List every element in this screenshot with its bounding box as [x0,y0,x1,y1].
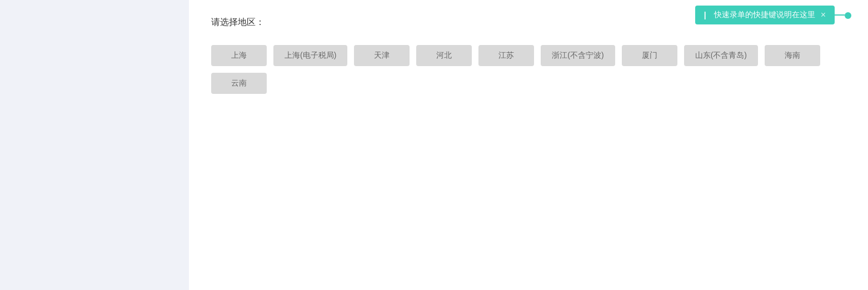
region-grid: 上海上海(电子税局)天津河北江苏浙江(不含宁波)厦门山东(不含青岛)海南云南 [211,45,846,94]
region-button-shanghai[interactable]: 上海 [211,45,267,66]
region-button-shanghai-etax[interactable]: 上海(电子税局) [273,45,347,66]
region-button-xiamen[interactable]: 厦门 [622,45,677,66]
main-content: 请选择地区： 上海上海(电子税局)天津河北江苏浙江(不含宁波)厦门山东(不含青岛… [189,0,868,290]
tooltip-banner: 快速录单的快捷键说明在这里 × [695,6,835,24]
tooltip-connector-line [834,14,845,16]
region-button-zhejiang[interactable]: 浙江(不含宁波) [541,45,615,66]
left-sidebar [0,0,189,290]
tooltip-text: 快速录单的快捷键说明在这里 [714,10,815,20]
region-button-shandong[interactable]: 山东(不含青岛) [684,45,758,66]
tooltip-close-button[interactable]: × [821,11,826,19]
region-button-hainan[interactable]: 海南 [765,45,820,66]
region-button-hebei[interactable]: 河北 [416,45,472,66]
region-button-yunnan[interactable]: 云南 [211,73,267,94]
region-button-tianjin[interactable]: 天津 [354,45,410,66]
region-button-jiangsu[interactable]: 江苏 [478,45,534,66]
tooltip-connector-dot [845,12,851,19]
